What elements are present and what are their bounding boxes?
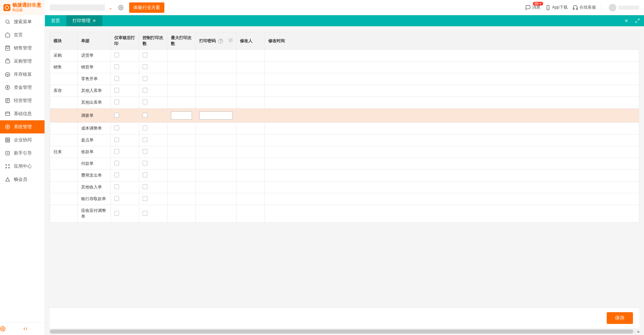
tab-打印管理[interactable]: 打印管理✕ xyxy=(66,15,102,26)
max-print-input[interactable] xyxy=(171,111,192,120)
only-audited-checkbox[interactable] xyxy=(114,137,119,142)
th-control-count: 控制打印次数 xyxy=(139,32,167,50)
user-menu[interactable] xyxy=(609,4,639,11)
only-audited-checkbox[interactable] xyxy=(114,196,119,201)
svg-rect-18 xyxy=(8,138,10,140)
svg-point-16 xyxy=(6,125,10,129)
print-password-input[interactable] xyxy=(199,111,233,120)
sidebar-item-label: 新手引导 xyxy=(14,150,32,156)
control-count-checkbox[interactable] xyxy=(143,173,147,177)
cell-modify-time xyxy=(265,97,639,109)
control-count-checkbox[interactable] xyxy=(143,211,147,216)
cell-control-count xyxy=(139,205,167,223)
cell-only-audited xyxy=(111,85,139,97)
table-row: 往来收款单 xyxy=(50,146,639,158)
cell-module: 销售 xyxy=(50,62,78,73)
scrollbar-thumb[interactable] xyxy=(50,329,633,334)
control-count-checkbox[interactable] xyxy=(143,184,147,189)
cell-modify-time xyxy=(265,205,639,223)
control-count-checkbox[interactable] xyxy=(143,76,147,81)
only-audited-checkbox[interactable] xyxy=(114,173,119,177)
app-download-label: App下载 xyxy=(552,4,568,10)
sidebar-item-biz[interactable]: 经营管理 xyxy=(0,94,45,107)
control-count-checkbox[interactable] xyxy=(143,113,147,118)
sidebar-collapse-button[interactable] xyxy=(22,323,45,335)
control-count-checkbox[interactable] xyxy=(143,196,147,201)
only-audited-checkbox[interactable] xyxy=(114,125,119,130)
help-icon[interactable]: ? xyxy=(218,39,223,44)
only-audited-checkbox[interactable] xyxy=(114,53,119,57)
settings-icon[interactable] xyxy=(118,5,124,10)
tab-close-icon[interactable]: ✕ xyxy=(93,18,96,23)
th-doc: 单据 xyxy=(78,32,111,50)
cell-password xyxy=(196,170,237,182)
sidebar-item-vip[interactable]: 畅会员 xyxy=(0,173,45,186)
cell-control-count xyxy=(139,109,167,123)
vip-icon xyxy=(5,177,10,182)
control-count-checkbox[interactable] xyxy=(143,149,147,154)
expand-icon xyxy=(635,18,640,23)
control-count-checkbox[interactable] xyxy=(143,64,147,69)
industry-plan-button[interactable]: 体验行业方案 xyxy=(129,2,164,13)
sidebar-item-system[interactable]: 系统管理 xyxy=(0,120,45,133)
only-audited-checkbox[interactable] xyxy=(114,184,119,189)
cell-max-count xyxy=(167,123,196,134)
app-download-link[interactable]: App下载 xyxy=(545,4,568,10)
cell-max-count xyxy=(167,73,196,85)
cell-modify-time xyxy=(265,182,639,193)
tab-首页[interactable]: 首页 xyxy=(45,15,66,26)
chevron-down-icon: ⌄ xyxy=(108,5,113,10)
th-max-count: 最大打印次数 xyxy=(167,32,196,50)
only-audited-checkbox[interactable] xyxy=(114,64,119,69)
fullscreen-button[interactable] xyxy=(634,17,641,25)
sidebar-item-guide[interactable]: 新手引导 xyxy=(0,147,45,160)
only-audited-checkbox[interactable] xyxy=(114,100,119,104)
control-count-checkbox[interactable] xyxy=(143,53,147,57)
sidebar-item-search[interactable]: 搜索菜单 xyxy=(0,15,45,28)
messages-link[interactable]: 消息 99 + xyxy=(525,4,540,10)
inventory-icon xyxy=(5,72,10,77)
sidebar-item-base[interactable]: 基础信息 xyxy=(0,107,45,120)
cell-doc: 费用支出单 xyxy=(78,170,111,182)
sidebar-item-appcenter[interactable]: 应用中心 xyxy=(0,160,45,173)
only-audited-checkbox[interactable] xyxy=(114,88,119,93)
only-audited-checkbox[interactable] xyxy=(114,149,119,154)
cell-max-count xyxy=(167,97,196,109)
control-count-checkbox[interactable] xyxy=(143,161,147,166)
only-audited-checkbox[interactable] xyxy=(114,113,119,118)
sidebar-item-fund[interactable]: 资金管理 xyxy=(0,81,45,94)
svg-point-3 xyxy=(6,20,9,23)
table-row: 零售开单 xyxy=(50,73,639,85)
tab-close-all-button[interactable] xyxy=(623,17,630,25)
cell-password xyxy=(196,193,237,205)
control-count-checkbox[interactable] xyxy=(143,137,147,142)
sidebar-settings-button[interactable] xyxy=(0,323,22,335)
cell-module xyxy=(50,205,78,223)
cell-module: 往来 xyxy=(50,146,78,158)
control-count-checkbox[interactable] xyxy=(143,125,147,130)
sidebar-item-purchase[interactable]: 采购管理 xyxy=(0,55,45,68)
only-audited-checkbox[interactable] xyxy=(114,211,119,216)
control-count-checkbox[interactable] xyxy=(143,88,147,93)
svg-rect-13 xyxy=(6,112,10,116)
save-button[interactable]: 保存 xyxy=(607,312,633,324)
sidebar-item-inventory[interactable]: 库存核算 xyxy=(0,68,45,81)
only-audited-checkbox[interactable] xyxy=(114,76,119,81)
edit-icon[interactable] xyxy=(229,38,233,42)
control-count-checkbox[interactable] xyxy=(143,100,147,104)
sidebar-item-sales[interactable]: 销售管理 xyxy=(0,41,45,55)
gear-icon xyxy=(0,326,6,332)
cell-only-audited xyxy=(111,109,139,123)
org-selector[interactable]: ⌄ xyxy=(50,4,113,11)
cell-only-audited xyxy=(111,193,139,205)
horizontal-scrollbar[interactable]: ▸ xyxy=(50,329,639,334)
sidebar-item-home[interactable]: 首页 xyxy=(0,28,45,41)
cell-doc: 应收应付调整单 xyxy=(78,205,111,223)
sidebar-item-enterprise[interactable]: 企业协同 xyxy=(0,133,45,147)
cell-modify-time xyxy=(265,158,639,170)
online-service-link[interactable]: 在线客服 xyxy=(573,4,596,10)
cell-only-audited xyxy=(111,182,139,193)
only-audited-checkbox[interactable] xyxy=(114,161,119,166)
table-row: 其他收入单 xyxy=(50,182,639,193)
scroll-right-icon[interactable]: ▸ xyxy=(638,329,640,334)
